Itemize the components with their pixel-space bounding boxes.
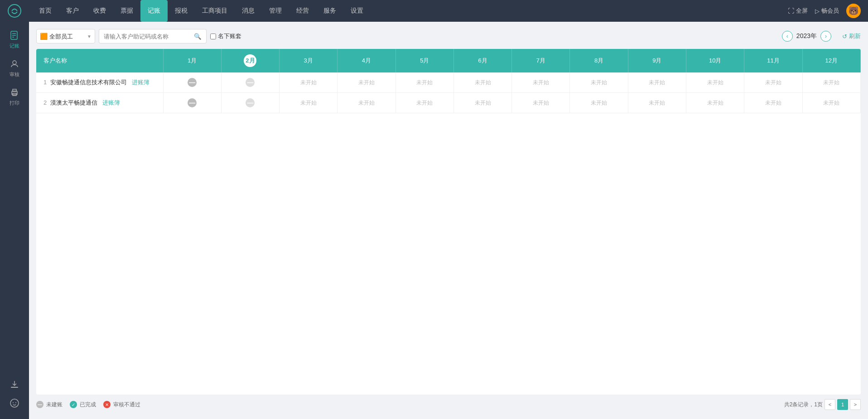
- sidebar-user-button[interactable]: [0, 395, 29, 412]
- fullscreen-icon: ⛶: [788, 7, 794, 14]
- th-may: 5月: [395, 49, 453, 72]
- completed-icon: ✓: [70, 401, 77, 408]
- year-display: 2023年: [796, 32, 817, 40]
- client-name-cell-1: 1 安徽畅捷通信息技术有限公司 进账簿: [36, 72, 163, 93]
- month-cell-2-2: —: [221, 93, 279, 113]
- nav-item-service[interactable]: 服务: [316, 0, 343, 22]
- logo-icon: [7, 4, 22, 18]
- main-content: 🟧 全部员工 ▼ 🔍 名下账套 ‹ 2023年 ›: [29, 22, 868, 419]
- table-wrapper: 客户名称 1月 2月 3月 4月 5月 6月 7月 8月 9月 10月 11月 …: [36, 49, 861, 395]
- member-button[interactable]: ▷ 畅会员: [815, 7, 839, 15]
- checkbox-label[interactable]: 名下账套: [210, 32, 241, 40]
- table-header-row: 客户名称 1月 2月 3月 4月 5月 6月 7月 8月 9月 10月 11月 …: [36, 49, 861, 72]
- svg-point-5: [13, 61, 16, 64]
- month-cell-2-11: 未开始: [744, 93, 802, 113]
- sidebar-bottom: [0, 376, 29, 419]
- month-cell-2-5: 未开始: [395, 93, 453, 113]
- refresh-icon: ↺: [842, 33, 847, 40]
- search-input[interactable]: [99, 29, 189, 43]
- nav-item-home[interactable]: 首页: [32, 0, 59, 22]
- next-year-button[interactable]: ›: [820, 31, 831, 42]
- month-cell-1-11: 未开始: [744, 72, 802, 93]
- dash-icon: —: [188, 98, 197, 107]
- download-icon: [10, 379, 19, 389]
- nav-item-invoice[interactable]: 票据: [113, 0, 140, 22]
- page-1-button[interactable]: 1: [837, 399, 848, 410]
- table-row: 1 安徽畅捷通信息技术有限公司 进账簿 — — 未开始 未开始 未开始 未开始 …: [36, 72, 861, 93]
- nav-item-bookkeeping[interactable]: 记账: [140, 0, 168, 22]
- month-cell-2-7: 未开始: [512, 93, 570, 113]
- month-cell-1-1: —: [163, 72, 221, 93]
- footer: — 未建账 ✓ 已完成 ✕ 审核不通过 共2条记录，1页 < 1 >: [36, 395, 861, 412]
- prev-year-button[interactable]: ‹: [782, 31, 793, 42]
- total-text: 共2条记录，1页: [784, 401, 823, 409]
- dash-icon: —: [188, 78, 197, 87]
- nav-item-manage[interactable]: 管理: [262, 0, 289, 22]
- nav-item-fee[interactable]: 收费: [86, 0, 113, 22]
- search-icon: 🔍: [194, 33, 202, 40]
- nav-item-settings[interactable]: 设置: [343, 0, 371, 22]
- svg-point-12: [15, 402, 16, 403]
- month-cell-1-8: 未开始: [570, 72, 628, 93]
- month-cell-1-9: 未开始: [628, 72, 686, 93]
- nav-item-tax[interactable]: 报税: [168, 0, 195, 22]
- th-aug: 8月: [570, 49, 628, 72]
- not-started-icon: —: [36, 401, 43, 408]
- enter-ledger-link-1[interactable]: 进账簿: [132, 79, 149, 86]
- sidebar-label-audit: 审核: [10, 71, 19, 78]
- my-accounts-checkbox[interactable]: [210, 34, 216, 39]
- fullscreen-button[interactable]: ⛶ 全屏: [788, 7, 808, 15]
- table-row: 2 漠澳太平畅捷通信 进账簿 — — 未开始 未开始 未开始 未开始 未开始 未…: [36, 93, 861, 113]
- month-cell-1-3: 未开始: [280, 72, 338, 93]
- svg-point-0: [8, 5, 21, 17]
- month-cell-2-3: 未开始: [280, 93, 338, 113]
- month-cell-2-8: 未开始: [570, 93, 628, 113]
- audit-icon: [9, 58, 20, 69]
- next-page-button[interactable]: >: [850, 399, 861, 410]
- toolbar: 🟧 全部员工 ▼ 🔍 名下账套 ‹ 2023年 ›: [36, 29, 861, 43]
- employee-select[interactable]: 全部员工: [36, 29, 95, 43]
- month-cell-2-9: 未开始: [628, 93, 686, 113]
- month-cell-1-10: 未开始: [686, 72, 744, 93]
- th-dec: 12月: [802, 49, 860, 72]
- search-wrapper: 🔍: [99, 29, 207, 43]
- legend-rejected: ✕ 审核不通过: [103, 401, 140, 409]
- th-client-name: 客户名称: [36, 49, 163, 72]
- top-nav-right: ⛶ 全屏 ▷ 畅会员 🐻: [788, 4, 868, 18]
- nav-item-client[interactable]: 客户: [59, 0, 86, 22]
- search-button[interactable]: 🔍: [189, 29, 207, 43]
- month-cell-2-10: 未开始: [686, 93, 744, 113]
- month-cell-1-5: 未开始: [395, 72, 453, 93]
- nav-item-operate[interactable]: 经营: [289, 0, 316, 22]
- prev-page-button[interactable]: <: [825, 399, 835, 410]
- svg-rect-7: [13, 89, 16, 92]
- avatar[interactable]: 🐻: [846, 4, 861, 18]
- th-sep: 9月: [628, 49, 686, 72]
- year-nav: ‹ 2023年 ›: [782, 31, 831, 42]
- client-name-2: 漠澳太平畅捷通信: [50, 99, 97, 106]
- th-apr: 4月: [338, 49, 395, 72]
- employee-select-wrapper: 🟧 全部员工 ▼: [36, 29, 95, 43]
- th-oct: 10月: [686, 49, 744, 72]
- svg-point-11: [13, 402, 14, 403]
- th-jan: 1月: [163, 49, 221, 72]
- row-index-2: 2: [43, 99, 47, 106]
- month-cell-1-12: 未开始: [802, 72, 860, 93]
- month-cell-2-12: 未开始: [802, 93, 860, 113]
- sidebar-download-button[interactable]: [0, 376, 29, 393]
- sidebar-label-print: 打印: [10, 100, 19, 106]
- sidebar-item-print[interactable]: 打印: [0, 82, 29, 111]
- sidebar-item-audit[interactable]: 审核: [0, 54, 29, 82]
- nav-item-business[interactable]: 工商项目: [195, 0, 235, 22]
- bookkeeping-icon: [9, 30, 20, 41]
- user-face-icon: [10, 398, 19, 408]
- video-icon: ▷: [815, 8, 820, 14]
- month-cell-1-2: —: [221, 72, 279, 93]
- refresh-button[interactable]: ↺ 刷新: [842, 32, 861, 40]
- sidebar: 记账 审核 打印: [0, 22, 29, 419]
- svg-rect-9: [11, 387, 18, 388]
- sidebar-item-bookkeeping[interactable]: 记账: [0, 25, 29, 54]
- nav-item-message[interactable]: 消息: [235, 0, 262, 22]
- print-icon: [9, 87, 20, 98]
- enter-ledger-link-2[interactable]: 进账簿: [102, 99, 120, 106]
